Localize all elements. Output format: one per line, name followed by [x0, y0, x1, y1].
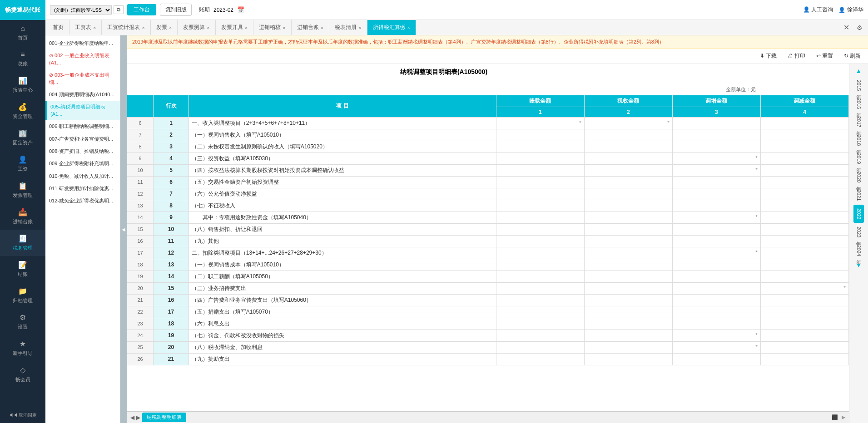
tab-settings-button[interactable]: ⚙: [853, 24, 866, 31]
value-col-3[interactable]: *: [672, 247, 760, 259]
year-item-2024[interactable]: 2024年: [853, 241, 864, 260]
value-col-4[interactable]: [760, 141, 848, 152]
year-item-2016[interactable]: 2016年: [853, 94, 864, 113]
spreadsheet-container[interactable]: 纳税调整项目明细表(A105000) 金额单位：元: [127, 64, 849, 412]
sidebar-item-payroll[interactable]: 👤 工资: [0, 151, 45, 177]
value-col-3[interactable]: [672, 141, 760, 152]
value-col-4[interactable]: [760, 247, 848, 259]
doc-item-003[interactable]: ⊘ 003-一般企业成本支出明细...: [45, 69, 120, 89]
value-col-4[interactable]: [760, 129, 848, 141]
doc-item-006[interactable]: 006-职工薪酬纳税调整明细...: [45, 120, 120, 133]
doc-item-007[interactable]: 007-广告费和业务宣传费明...: [45, 133, 120, 145]
value-col-4[interactable]: [760, 212, 848, 223]
sidebar-item-vip[interactable]: ◇ 畅会员: [0, 361, 45, 388]
value-col-2[interactable]: [584, 129, 672, 141]
value-col-4[interactable]: [760, 306, 848, 318]
sheet-nav-prev[interactable]: ◀: [130, 414, 134, 421]
sidebar-item-report[interactable]: 📊 报表中心: [0, 72, 45, 98]
value-col-2[interactable]: [584, 271, 672, 282]
year-item-2015[interactable]: 2015年: [853, 76, 864, 94]
value-col-4[interactable]: [760, 294, 848, 306]
user-info[interactable]: 👤 徐泽华: [838, 6, 863, 14]
sidebar-item-settlement[interactable]: 📝 结账: [0, 256, 45, 282]
value-col-3[interactable]: [672, 271, 760, 282]
sidebar-item-tax[interactable]: 🧾 税务管理: [0, 230, 45, 256]
value-col-1[interactable]: [496, 318, 584, 330]
scroll-left-indicator[interactable]: ⬛: [832, 414, 838, 420]
value-col-1[interactable]: [496, 176, 584, 188]
value-col-2[interactable]: [584, 164, 672, 176]
value-col-3[interactable]: [672, 200, 760, 212]
value-col-1[interactable]: [496, 235, 584, 247]
value-col-4[interactable]: [760, 152, 848, 164]
tab-invoice[interactable]: 发票 ×: [151, 20, 178, 35]
year-item-2019[interactable]: 2019年: [853, 149, 864, 167]
value-col-3[interactable]: *: [672, 152, 760, 164]
value-col-4[interactable]: [760, 176, 848, 188]
value-col-3[interactable]: [672, 223, 760, 235]
tab-tax-clear[interactable]: 税表清册 ×: [329, 20, 367, 35]
value-col-3[interactable]: [672, 282, 760, 294]
value-col-4[interactable]: [760, 330, 848, 341]
value-col-2[interactable]: [584, 176, 672, 188]
tab-payroll[interactable]: 工资表 ×: [69, 20, 102, 35]
value-col-1[interactable]: [496, 152, 584, 164]
value-col-4[interactable]: [760, 318, 848, 330]
value-col-3[interactable]: *: [672, 341, 760, 353]
value-col-2[interactable]: [584, 341, 672, 353]
doc-item-012[interactable]: 012-减免企业所得税优惠明...: [45, 195, 120, 207]
value-col-2[interactable]: [584, 306, 672, 318]
sidebar-item-home[interactable]: ⌂ 首页: [0, 20, 45, 46]
sidebar-item-invoice[interactable]: 📋 发票管理: [0, 177, 45, 203]
close-all-tabs-button[interactable]: ✕: [840, 23, 853, 32]
tab-invoice-open[interactable]: 发票开具 ×: [216, 20, 253, 35]
sidebar-item-ledger[interactable]: ≡ 总账: [0, 46, 45, 72]
sidebar-item-guide[interactable]: ★ 新手引导: [0, 335, 45, 361]
value-col-2[interactable]: [584, 235, 672, 247]
tab-payroll-stats[interactable]: 工资统计报表 ×: [102, 20, 150, 35]
value-col-1[interactable]: [496, 341, 584, 353]
year-nav-down[interactable]: ▼: [854, 260, 864, 271]
value-col-2[interactable]: *: [584, 117, 672, 129]
tab-invoice-close[interactable]: ×: [169, 25, 172, 30]
value-col-1[interactable]: [496, 188, 584, 200]
value-col-1[interactable]: [496, 353, 584, 365]
doc-item-008[interactable]: 008-资产折旧、摊销及纳税...: [45, 145, 120, 157]
doc-item-002[interactable]: ⊘ 002-一般企业收入明细表(A1...: [45, 49, 120, 69]
value-col-2[interactable]: [584, 330, 672, 341]
value-col-1[interactable]: [496, 259, 584, 271]
tab-invoice-open-close[interactable]: ×: [245, 25, 248, 30]
reset-button[interactable]: ↩ 重置: [813, 51, 836, 61]
value-col-4[interactable]: [760, 223, 848, 235]
value-col-1[interactable]: [496, 271, 584, 282]
year-nav-up[interactable]: ▲: [854, 65, 864, 76]
value-col-1[interactable]: *: [496, 117, 584, 129]
value-col-2[interactable]: [584, 353, 672, 365]
value-col-3[interactable]: [672, 294, 760, 306]
company-dropdown[interactable]: (勿删）江西股室-LSS: [50, 5, 112, 15]
value-col-1[interactable]: [496, 294, 584, 306]
refresh-button[interactable]: ↻ 刷新: [841, 51, 863, 61]
doc-item-004[interactable]: 004-期间费用明细表(A1040...: [45, 89, 120, 101]
value-col-3[interactable]: *: [672, 330, 760, 341]
value-col-1[interactable]: [496, 200, 584, 212]
scroll-right-indicator[interactable]: ▶: [842, 414, 845, 420]
doc-item-005[interactable]: 005-纳税调整项目明细表(A1...: [45, 101, 120, 120]
value-col-3[interactable]: [672, 235, 760, 247]
value-col-1[interactable]: [496, 330, 584, 341]
value-col-3[interactable]: [672, 129, 760, 141]
value-col-4[interactable]: [760, 271, 848, 282]
value-col-3[interactable]: [672, 318, 760, 330]
sidebar-item-fixed-assets[interactable]: 🏢 固定资产: [0, 124, 45, 151]
year-item-2023[interactable]: 2023年: [853, 223, 864, 241]
value-col-2[interactable]: [584, 223, 672, 235]
doc-item-009[interactable]: 009-企业所得税附补充填明...: [45, 157, 120, 170]
doc-item-001[interactable]: 001-企业所得税年度纳税申...: [45, 37, 120, 49]
value-col-2[interactable]: [584, 259, 672, 271]
year-item-2017[interactable]: 2017年: [853, 113, 864, 131]
value-col-3[interactable]: [672, 117, 760, 129]
value-col-2[interactable]: [584, 188, 672, 200]
collapse-panel-button[interactable]: ◀: [120, 35, 127, 423]
value-col-2[interactable]: [584, 200, 672, 212]
sheet-tab-main[interactable]: 纳税调整明细表: [142, 413, 186, 422]
